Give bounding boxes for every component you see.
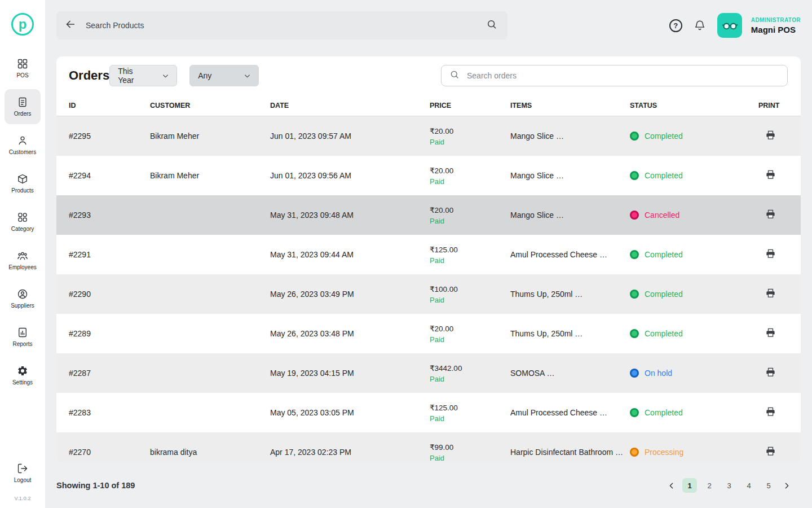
sidebar-item-label: Settings bbox=[12, 379, 33, 386]
status-label: Completed bbox=[645, 132, 683, 141]
print-button[interactable] bbox=[764, 287, 777, 301]
order-print-cell bbox=[758, 287, 801, 301]
order-print-cell bbox=[758, 445, 801, 459]
table-header: ID CUSTOMER DATE PRICE ITEMS STATUS PRIN… bbox=[56, 95, 801, 116]
order-items: Harpic Disinfectant Bathroom … bbox=[510, 448, 630, 457]
help-icon[interactable]: ? bbox=[669, 19, 682, 32]
printer-icon bbox=[765, 446, 776, 458]
sidebar-item-category[interactable]: Category bbox=[5, 204, 41, 239]
print-button[interactable] bbox=[764, 168, 777, 183]
logout-button[interactable]: Logout bbox=[5, 456, 41, 491]
employees-group-icon bbox=[17, 250, 28, 261]
logout-label: Logout bbox=[14, 477, 32, 483]
page-button-1[interactable]: 1 bbox=[682, 478, 697, 493]
printer-icon bbox=[765, 367, 776, 379]
order-status: Completed bbox=[630, 250, 758, 259]
table-row[interactable]: #2287 May 19, 2023 04:15 PM ₹3442.00 Pai… bbox=[56, 353, 801, 393]
order-print-cell bbox=[758, 405, 801, 420]
sidebar-item-employees[interactable]: Employees bbox=[5, 243, 41, 278]
order-price: ₹3442.00 Paid bbox=[430, 364, 510, 383]
avatar[interactable] bbox=[717, 13, 742, 38]
period-filter-dropdown[interactable]: This Year bbox=[109, 65, 177, 86]
orders-receipt-icon bbox=[17, 97, 28, 108]
orders-search-input[interactable] bbox=[466, 71, 779, 81]
column-header-id: ID bbox=[69, 102, 150, 110]
print-button[interactable] bbox=[764, 208, 777, 222]
table-row[interactable]: #2283 May 05, 2023 03:05 PM ₹125.00 Paid… bbox=[56, 393, 801, 432]
sidebar-item-customers[interactable]: Customers bbox=[5, 128, 41, 163]
table-row[interactable]: #2290 May 26, 2023 03:49 PM ₹100.00 Paid… bbox=[56, 274, 801, 314]
search-icon[interactable] bbox=[486, 19, 497, 32]
order-items: Amul Processed Cheese … bbox=[510, 250, 630, 259]
table-row[interactable]: #2293 May 31, 2023 09:48 AM ₹20.00 Paid … bbox=[56, 195, 801, 235]
order-price: ₹20.00 Paid bbox=[430, 166, 510, 186]
order-date: May 26, 2023 03:48 PM bbox=[270, 329, 430, 338]
print-button[interactable] bbox=[764, 326, 777, 341]
printer-icon bbox=[765, 288, 776, 300]
orders-search-bar[interactable] bbox=[441, 65, 788, 86]
printer-icon bbox=[765, 130, 776, 142]
print-button[interactable] bbox=[764, 247, 777, 262]
products-search-input[interactable] bbox=[85, 20, 478, 30]
order-date: Jun 01, 2023 09:56 AM bbox=[270, 171, 430, 180]
pagination-prev-button[interactable] bbox=[665, 480, 677, 492]
column-header-price: PRICE bbox=[430, 102, 510, 110]
table-row[interactable]: #2294 Bikram Meher Jun 01, 2023 09:56 AM… bbox=[56, 156, 801, 195]
table-row[interactable]: #2289 May 26, 2023 03:48 PM ₹20.00 Paid … bbox=[56, 314, 801, 353]
status-dot bbox=[630, 250, 639, 259]
table-row[interactable]: #2295 Bikram Meher Jun 01, 2023 09:57 AM… bbox=[56, 116, 801, 156]
profile-menu[interactable]: ADMINISTRATOR Magni POS bbox=[717, 13, 801, 38]
order-customer: Bikram Meher bbox=[150, 132, 270, 141]
order-status: Processing bbox=[630, 448, 758, 457]
order-items: Thums Up, 250ml … bbox=[510, 329, 630, 338]
order-id: #2283 bbox=[69, 408, 150, 417]
page-button-5[interactable]: 5 bbox=[761, 478, 776, 493]
order-amount: ₹125.00 bbox=[430, 245, 504, 254]
order-print-cell bbox=[758, 129, 801, 143]
order-amount: ₹125.00 bbox=[430, 403, 504, 412]
sidebar-item-settings[interactable]: Settings bbox=[5, 358, 41, 393]
order-payment-status: Paid bbox=[430, 256, 504, 265]
back-arrow-icon[interactable] bbox=[64, 18, 77, 33]
order-payment-status: Paid bbox=[430, 177, 504, 186]
gear-icon bbox=[17, 365, 28, 376]
print-button[interactable] bbox=[764, 445, 777, 459]
status-filter-dropdown[interactable]: Any bbox=[189, 65, 259, 86]
sidebar-item-products[interactable]: Products bbox=[5, 166, 41, 201]
order-amount: ₹100.00 bbox=[430, 284, 504, 294]
column-header-status: STATUS bbox=[630, 102, 758, 110]
order-status: Completed bbox=[630, 329, 758, 338]
order-payment-status: Paid bbox=[430, 335, 504, 344]
notification-bell-icon[interactable] bbox=[694, 19, 706, 32]
products-search-bar[interactable] bbox=[56, 11, 508, 40]
order-print-cell bbox=[758, 326, 801, 341]
table-row[interactable]: #2291 May 31, 2023 09:44 AM ₹125.00 Paid… bbox=[56, 235, 801, 274]
order-id: #2270 bbox=[69, 448, 150, 457]
sidebar-item-reports[interactable]: Reports bbox=[5, 319, 41, 354]
print-button[interactable] bbox=[764, 129, 777, 143]
sidebar-item-label: Suppliers bbox=[11, 303, 34, 309]
print-button[interactable] bbox=[764, 405, 777, 420]
sidebar-item-pos[interactable]: POS bbox=[5, 51, 41, 86]
sidebar-item-label: Employees bbox=[8, 264, 36, 270]
sidebar-item-label: Category bbox=[11, 226, 34, 232]
page-button-3[interactable]: 3 bbox=[722, 478, 736, 493]
table-row[interactable]: #2270 bikrama ditya Apr 17, 2023 02:23 P… bbox=[56, 432, 801, 463]
order-amount: ₹20.00 bbox=[430, 166, 504, 175]
column-header-customer: CUSTOMER bbox=[150, 102, 270, 110]
sidebar-nav: POS Orders Customers Products Category bbox=[5, 51, 41, 393]
pagination-next-button[interactable] bbox=[781, 480, 793, 492]
print-button[interactable] bbox=[764, 366, 777, 380]
page-button-4[interactable]: 4 bbox=[742, 478, 756, 493]
sidebar-item-suppliers[interactable]: Suppliers bbox=[5, 281, 41, 316]
order-id: #2290 bbox=[69, 290, 150, 299]
printer-icon bbox=[765, 327, 776, 340]
page-button-2[interactable]: 2 bbox=[702, 478, 717, 493]
status-dot bbox=[630, 211, 639, 220]
order-id: #2295 bbox=[69, 132, 150, 141]
order-status: On hold bbox=[630, 369, 758, 378]
status-dot bbox=[630, 329, 639, 338]
sidebar-item-orders[interactable]: Orders bbox=[5, 89, 41, 124]
order-customer: bikrama ditya bbox=[150, 448, 270, 457]
status-label: Completed bbox=[645, 329, 683, 338]
